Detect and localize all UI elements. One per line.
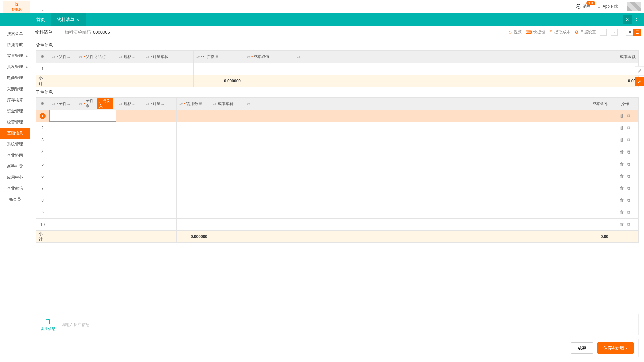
child-row[interactable]: 5🗑⧉ <box>36 158 638 170</box>
sidebar-item-10[interactable]: 系统管理 <box>0 139 30 150</box>
view-list-button[interactable]: ≡ <box>626 29 633 36</box>
close-all-tabs-button[interactable]: ✕ <box>623 15 632 24</box>
cell-amt[interactable] <box>244 219 611 230</box>
delete-row-icon[interactable]: 🗑 <box>620 113 624 118</box>
cell-code[interactable] <box>49 194 76 206</box>
cell-qty[interactable] <box>177 194 210 206</box>
child-row[interactable]: 7🗑⧉ <box>36 182 638 194</box>
delete-row-icon[interactable]: 🗑 <box>620 137 624 142</box>
sidebar-item-6[interactable]: 库存核算 <box>0 95 30 106</box>
delete-row-icon[interactable]: 🗑 <box>620 149 624 155</box>
cell-qty[interactable] <box>177 206 210 218</box>
messages-button[interactable]: 💬 消息 99+ <box>576 4 591 9</box>
cell-amt[interactable] <box>244 206 611 218</box>
cell-product[interactable] <box>76 170 116 182</box>
sidebar-item-9[interactable]: 基础信息 <box>0 128 30 139</box>
child-col-product[interactable]: ▴▾•子件商扫码录入 <box>76 98 116 110</box>
cell-qty[interactable] <box>177 170 210 182</box>
sidebar-item-7[interactable]: 资金管理 <box>0 106 30 117</box>
parent-col-spec[interactable]: ▴▾规格... <box>116 51 143 63</box>
cell-product[interactable] <box>76 194 116 206</box>
child-row[interactable]: 2🗑⧉ <box>36 122 638 134</box>
child-col-price[interactable]: ▴▾成本单价 <box>210 98 244 110</box>
cell-unit[interactable] <box>143 194 177 206</box>
cell-amt[interactable] <box>244 158 611 170</box>
sidebar-item-5[interactable]: 采购管理 <box>0 83 30 95</box>
cell-product[interactable] <box>76 219 116 230</box>
cell-price[interactable] <box>210 134 244 146</box>
delete-row-icon[interactable]: 🗑 <box>620 186 624 191</box>
parent-col-cost-src[interactable]: ▴▾•成本取值 <box>244 51 294 63</box>
cell-unit[interactable] <box>143 182 177 194</box>
expand-button[interactable]: ⤢ <box>635 77 644 86</box>
sidebar-item-1[interactable]: 快捷导航 <box>0 39 30 50</box>
parent-row[interactable]: 1 <box>36 63 638 75</box>
fullscreen-button[interactable]: ⛶ <box>633 15 643 24</box>
cell-code[interactable] <box>49 158 76 170</box>
child-row[interactable]: 10🗑⧉ <box>36 219 638 231</box>
sidebar-item-4[interactable]: 电商管理 <box>0 72 30 83</box>
cell-product[interactable] <box>76 122 116 134</box>
child-row[interactable]: 6🗑⧉ <box>36 170 638 182</box>
cell-amt[interactable] <box>244 146 611 158</box>
cell-product[interactable] <box>76 158 116 170</box>
cell-code[interactable] <box>49 146 76 158</box>
copy-row-icon[interactable]: ⧉ <box>627 174 630 179</box>
child-col-code[interactable]: ▴▾•子件... <box>49 98 76 110</box>
parent-col-product[interactable]: ▴▾•父件商品? <box>76 51 116 63</box>
child-row[interactable]: 8🗑⧉ <box>36 194 638 206</box>
delete-row-icon[interactable]: 🗑 <box>620 198 624 203</box>
cell-product[interactable] <box>76 206 116 218</box>
cell-price[interactable] <box>210 219 244 230</box>
cell-spec[interactable] <box>116 146 143 158</box>
delete-row-icon[interactable]: 🗑 <box>620 162 624 167</box>
copy-row-icon[interactable]: ⧉ <box>627 198 630 203</box>
copy-row-icon[interactable]: ⧉ <box>627 125 630 131</box>
cell-price[interactable] <box>210 122 244 134</box>
child-row[interactable]: 3🗑⧉ <box>36 134 638 146</box>
cancel-button[interactable]: 放弃 <box>571 342 593 354</box>
parent-col-code[interactable]: ▴▾•父件... <box>49 51 76 63</box>
child-row[interactable]: 9🗑⧉ <box>36 206 638 219</box>
action-shortcut[interactable]: ⌨快捷键 <box>526 29 545 35</box>
cell-amt[interactable] <box>244 170 611 182</box>
cell-spec[interactable] <box>116 110 143 122</box>
cell-amt[interactable] <box>244 134 611 146</box>
cell-unit[interactable] <box>143 219 177 230</box>
tab-bom[interactable]: 物料清单 ✕ <box>51 13 86 26</box>
cell-spec[interactable] <box>116 170 143 182</box>
close-icon[interactable]: ✕ <box>76 18 79 22</box>
cell-product[interactable] <box>76 110 116 122</box>
help-icon[interactable]: ? <box>102 55 106 59</box>
cell-product[interactable] <box>76 134 116 146</box>
cell-unit[interactable] <box>143 170 177 182</box>
copy-row-icon[interactable]: ⧉ <box>627 137 630 143</box>
app-download-button[interactable]: ⭳ App下载 <box>597 4 618 9</box>
delete-row-icon[interactable]: 🗑 <box>620 174 624 179</box>
sidebar-item-3[interactable]: 批发管理▸ <box>0 61 30 72</box>
sidebar-item-0[interactable]: 搜索菜单 <box>0 28 30 39</box>
cell-spec[interactable] <box>116 194 143 206</box>
sidebar-item-14[interactable]: 企业微信 <box>0 183 30 194</box>
parent-col-unit[interactable]: ▴▾•计量单位 <box>143 51 194 63</box>
action-doc-settings[interactable]: ⚙单据设置 <box>575 29 596 35</box>
cell-amt[interactable] <box>244 194 611 206</box>
cell-code[interactable] <box>49 182 76 194</box>
child-col-unit[interactable]: ▴▾•计量... <box>143 98 177 110</box>
copy-row-icon[interactable]: ⧉ <box>627 149 630 155</box>
cell-unit[interactable] <box>143 110 177 122</box>
cell-spec[interactable] <box>116 219 143 230</box>
cell-unit[interactable] <box>143 206 177 218</box>
cell-code[interactable] <box>49 206 76 218</box>
cell-spec[interactable] <box>116 206 143 218</box>
delete-row-icon[interactable]: 🗑 <box>620 222 624 227</box>
cell-spec[interactable] <box>116 122 143 134</box>
sidebar-item-8[interactable]: 经营管理 <box>0 117 30 128</box>
delete-row-icon[interactable]: 🗑 <box>620 125 624 130</box>
prev-doc-button[interactable]: ‹ <box>600 29 607 36</box>
tab-home[interactable]: 首页 <box>30 13 51 26</box>
child-col-qty[interactable]: ▴▾•需用数量 <box>177 98 210 110</box>
child-col-spec[interactable]: ▴▾规格... <box>116 98 143 110</box>
copy-row-icon[interactable]: ⧉ <box>627 222 630 227</box>
view-form-button[interactable]: ☰ <box>633 29 641 36</box>
